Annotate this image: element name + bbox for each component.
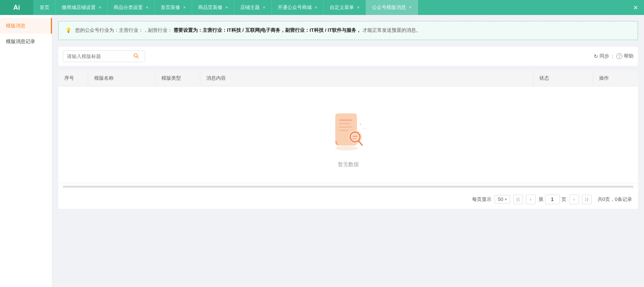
col-content: 消息内容 [200, 70, 533, 86]
svg-rect-10 [352, 136, 358, 137]
tab-product-category[interactable]: 商品分类设置 × [108, 0, 155, 15]
app-logo: Ai [0, 0, 34, 15]
page-input-box: 第 页 [539, 195, 566, 204]
refresh-icon: ↻ [594, 54, 598, 59]
svg-rect-6 [339, 130, 349, 131]
col-actions: 操作 [593, 70, 638, 86]
tab-close-shop-theme[interactable]: × [263, 5, 265, 10]
notice-highlight: 需要设置为：主营行业：IT科技 / 互联网|电子商务，副营行业：IT科技 / I… [173, 27, 361, 33]
main-layout: 模版消息 模版消息记录 💡 您的公众号行业为：主营行业：，副营行业： 需要设置为… [0, 15, 644, 287]
svg-text:✦: ✦ [359, 122, 362, 126]
tab-template-msg[interactable]: 公众号模版消息 × [366, 0, 418, 15]
scrollbar-area [58, 183, 638, 190]
col-status: 状态 [533, 70, 593, 86]
svg-text:✦: ✦ [363, 127, 366, 130]
tab-product-decor[interactable]: 商品页装修 × [192, 0, 234, 15]
search-button[interactable] [130, 51, 142, 62]
tab-close-product-decor[interactable]: × [225, 5, 228, 10]
toolbar-right: ↻ 同步 | ? 帮助 [594, 53, 634, 59]
tab-close-home-decor[interactable]: × [183, 5, 186, 10]
pagination: 每页显示 50 ▾ ⟨⟨ ‹ 第 页 › [58, 190, 638, 209]
tab-close-weishop-setting[interactable]: × [99, 5, 101, 10]
svg-rect-4 [339, 123, 350, 124]
tab-open-mall[interactable]: 开通公众号商城 × [272, 0, 324, 15]
tab-close-custom-menu[interactable]: × [357, 5, 360, 10]
tab-bar: Ai 首页 微商城店铺设置 × 商品分类设置 × 首页装修 × 商品页装修 × … [0, 0, 644, 15]
pagination-last-btn[interactable]: ⟩⟩ [582, 195, 592, 204]
search-input[interactable] [63, 51, 130, 61]
svg-point-2 [335, 146, 358, 150]
empty-illustration: ✦ ✦ [326, 109, 371, 154]
svg-line-1 [137, 57, 139, 58]
svg-line-9 [358, 141, 362, 145]
table-container: 序号 模版名称 模版类型 消息内容 状态 操作 [58, 70, 638, 209]
main-content: 💡 您的公众号行业为：主营行业：，副营行业： 需要设置为：主营行业：IT科技 /… [52, 15, 644, 287]
chevron-down-icon: ▾ [505, 197, 507, 201]
col-type: 模版类型 [155, 70, 200, 86]
pagination-prev-btn[interactable]: ‹ [526, 195, 536, 204]
tab-custom-menu[interactable]: 自定义菜单 × [324, 0, 366, 15]
pagination-next-btn[interactable]: › [569, 195, 579, 204]
search-icon [133, 53, 139, 58]
help-button[interactable]: ? 帮助 [616, 53, 634, 59]
bulb-icon: 💡 [65, 27, 71, 33]
per-page-label: 每页显示 [472, 196, 492, 203]
toolbar-divider: | [612, 54, 613, 59]
toolbar: ↻ 同步 | ? 帮助 [58, 47, 638, 66]
notice-box: 💡 您的公众号行业为：主营行业：，副营行业： 需要设置为：主营行业：IT科技 /… [58, 21, 638, 40]
tab-shop-theme[interactable]: 店铺主题 × [234, 0, 272, 15]
total-info: 共0页，0条记录 [598, 196, 632, 203]
page-number-input[interactable] [545, 195, 560, 204]
last-page-icon: ⟩⟩ [585, 197, 589, 202]
tab-close-template-msg[interactable]: × [409, 5, 412, 10]
col-index: 序号 [58, 70, 88, 86]
tab-close-open-mall[interactable]: × [315, 5, 317, 10]
table-header: 序号 模版名称 模版类型 消息内容 状态 操作 [58, 70, 638, 86]
empty-text: 暂无数据 [338, 161, 359, 168]
sidebar: 模版消息 模版消息记录 [0, 15, 52, 287]
tab-weishop-setting[interactable]: 微商城店铺设置 × [56, 0, 108, 15]
svg-rect-3 [339, 119, 352, 121]
empty-state: ✦ ✦ 暂无数据 [58, 86, 638, 183]
notice-suffix: 才能正常发送预置的消息。 [363, 27, 421, 33]
tab-home-decor[interactable]: 首页装修 × [155, 0, 192, 15]
tab-bar-close-all[interactable]: ✕ [627, 4, 644, 11]
sidebar-item-template-msg-record[interactable]: 模版消息记录 [0, 34, 52, 49]
col-name: 模版名称 [88, 70, 155, 86]
pagination-first-btn[interactable]: ⟨⟨ [513, 195, 523, 204]
help-icon: ? [616, 53, 622, 59]
next-page-icon: › [573, 197, 575, 202]
svg-rect-5 [339, 126, 352, 128]
sync-button[interactable]: ↻ 同步 [594, 53, 609, 59]
svg-rect-11 [352, 138, 356, 139]
per-page-select[interactable]: 50 ▾ [494, 195, 510, 204]
prev-page-icon: ‹ [530, 197, 531, 202]
first-page-icon: ⟨⟨ [516, 197, 520, 202]
fake-scrollbar[interactable] [63, 186, 634, 188]
tab-home[interactable]: 首页 [34, 0, 56, 15]
sidebar-item-template-msg[interactable]: 模版消息 [0, 18, 52, 34]
tab-close-product-category[interactable]: × [146, 5, 148, 10]
search-box [63, 51, 145, 62]
notice-prefix: 您的公众号行业为：主营行业：，副营行业： [75, 27, 172, 33]
